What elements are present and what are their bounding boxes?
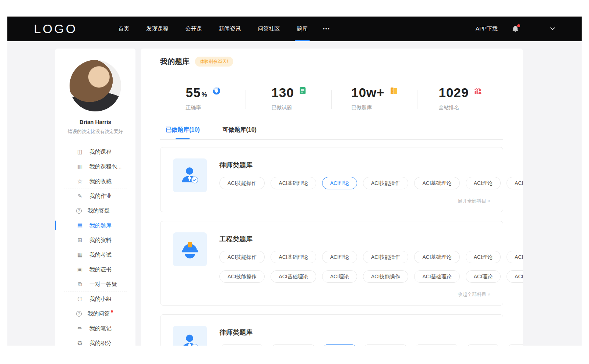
nav-item-label: 发现课程 (146, 25, 168, 32)
stat-value: 130 (271, 86, 294, 100)
bank-card-lawyer-2[interactable]: 律师类题库 ACI技能操作 ACI基础理论 ACI理论 ACI技能操作 ACI基… (160, 314, 503, 346)
sidebar-item[interactable]: 我的证书 (55, 262, 135, 277)
sidebar-item-icon (76, 340, 84, 346)
sidebar-item[interactable]: 我的题库 (55, 218, 135, 233)
subject-tag[interactable]: ACI理论 (322, 251, 357, 263)
sidebar-item[interactable]: 我的资料 (55, 233, 135, 247)
subject-tag[interactable]: ACI基础理论 (414, 344, 459, 346)
stat-value: 1029 (439, 86, 469, 100)
sidebar-item[interactable]: 我的收藏 (55, 174, 135, 189)
donut-icon (212, 87, 221, 95)
sidebar-item-label: 一对一答疑 (89, 281, 117, 288)
user-avatar[interactable] (532, 23, 543, 35)
subject-tag[interactable]: ACI理论 (322, 344, 357, 346)
nav-item[interactable]: 问答社区 (249, 17, 288, 41)
sidebar-item[interactable]: 我的课程包... (55, 159, 135, 174)
stats-row: 55% 正确率 (160, 70, 503, 111)
sidebar-item-icon (76, 266, 84, 273)
bank-card-lawyer-1[interactable]: 律师类题库 ACI技能操作 ACI基础理论 ACI理论 ACI技能操作 ACI基… (160, 147, 503, 212)
subject-tag[interactable]: ACI技能操作 (219, 344, 265, 346)
nav-item-label: 首页 (118, 25, 129, 32)
subject-tag[interactable]: ACI技能操作 (363, 344, 408, 346)
stat-banks-done: 10w+ 已做题库 (332, 86, 417, 111)
chevrons-up-icon: » (487, 293, 492, 296)
subject-tag[interactable]: ACI技能操作 (219, 251, 265, 263)
subject-tag-row: ACI技能操作 ACI基础理论 ACI理论 ACI技能操作 ACI基础理论 AC… (219, 344, 491, 346)
sidebar-item[interactable]: 我的答疑 (55, 203, 135, 218)
logo[interactable]: LOGO (34, 22, 77, 36)
subject-tag[interactable]: ACI技能操作 (219, 177, 265, 189)
sidebar-item[interactable]: 我的考试 (55, 247, 135, 262)
tab[interactable]: 可做题库(10) (222, 126, 256, 139)
subject-tag[interactable]: ACI基础理论 (271, 344, 316, 346)
subject-tag-row: ACI技能操作 ACI基础理论 ACI理论 ACI技能操作 ACI基础理论 AC… (219, 251, 491, 263)
subject-tag[interactable]: ACI理论 (466, 251, 501, 263)
expand-label: 展开全部科目 (458, 198, 486, 204)
sidebar-item-label: 我的课程 (89, 149, 112, 156)
sidebar-item-label: 我的问答 (88, 310, 110, 317)
subject-tag[interactable]: ACI理论 (466, 177, 501, 189)
collapse-subjects-button[interactable]: 收起全部科目» (219, 290, 491, 303)
subject-tag[interactable]: ACI技能操作 (363, 251, 408, 263)
app-download-link[interactable]: APP下载 (476, 25, 498, 32)
subject-tag[interactable]: ACI基础理论 (271, 177, 316, 189)
subject-tag[interactable]: ACI基础理论 (271, 251, 316, 263)
nav-item-label: 问答社区 (258, 25, 280, 32)
sidebar-item-icon (76, 178, 84, 185)
nav-item[interactable]: 首页 (110, 17, 138, 41)
expand-subjects-button[interactable]: 展开全部科目» (219, 196, 491, 210)
subject-tag[interactable]: ACI基础理论 (414, 251, 459, 263)
profile-motto: 错误的决定比没有决定要好 (55, 129, 135, 135)
sidebar-item-label: 我的资料 (89, 237, 112, 244)
nav-item[interactable]: 新闻资讯 (210, 17, 249, 41)
engineer-icon (173, 232, 207, 266)
nav-more-button[interactable]: ••• (316, 17, 337, 41)
subject-tag[interactable]: ACI理论 (507, 270, 523, 283)
subject-tag[interactable]: ACI基础理论 (414, 270, 459, 283)
subject-tag[interactable]: ACI技能操作 (219, 270, 265, 283)
bank-title: 律师类题库 (219, 328, 491, 337)
chevron-down-icon[interactable] (550, 27, 555, 31)
main-panel: 我的题库 体验剩余23天! 55% (141, 49, 523, 346)
stat-label: 全站排名 (439, 104, 482, 111)
sidebar-item-icon (76, 149, 84, 155)
subject-tag[interactable]: ACI理论 (322, 177, 357, 189)
nav-item[interactable]: 发现课程 (138, 17, 177, 41)
subject-tag[interactable]: ACI理论 (507, 344, 523, 346)
subject-tag[interactable]: ACI理论 (466, 344, 501, 346)
subject-tag[interactable]: ACI技能操作 (363, 177, 408, 189)
subject-tag[interactable]: ACI理论 (322, 270, 357, 283)
subject-tag[interactable]: ACI理论 (507, 177, 523, 189)
sidebar-item[interactable]: 我的积分 (55, 336, 135, 346)
nav-item-label: 公开课 (185, 25, 202, 32)
sidebar-item[interactable]: 我的课程 (55, 144, 135, 159)
nav-item[interactable]: 题库 (288, 17, 316, 41)
sidebar-item[interactable]: 我的问答 (55, 306, 135, 321)
sidebar-item[interactable]: 我的小组 (55, 292, 135, 306)
subject-tag[interactable]: ACI技能操作 (363, 270, 408, 283)
subject-tag[interactable]: ACI基础理论 (414, 177, 459, 189)
tab[interactable]: 已做题库(10) (166, 126, 200, 139)
profile-avatar[interactable] (70, 60, 121, 111)
subject-tag[interactable]: ACI基础理论 (271, 270, 316, 283)
bank-card-engineer[interactable]: 工程类题库 ACI技能操作 ACI基础理论 ACI理论 ACI技能操作 ACI基… (160, 221, 503, 306)
content-area: Brian Harris 错误的决定比没有决定要好 我的课程 我的课程包... (7, 41, 582, 346)
sidebar-item-icon (76, 296, 84, 303)
subject-tag[interactable]: ACI理论 (466, 270, 501, 283)
chevrons-down-icon: » (487, 200, 492, 202)
subject-tag[interactable]: ACI理论 (507, 251, 523, 263)
sidebar-item[interactable]: 我的笔记 (55, 321, 135, 336)
sidebar-item-icon (76, 208, 82, 214)
sidebar-item-label: 我的积分 (89, 340, 112, 346)
sidebar-item-icon (76, 311, 82, 317)
book-icon (390, 87, 398, 95)
sidebar-item-label: 我的考试 (89, 251, 112, 258)
notification-bell-icon[interactable] (512, 25, 519, 33)
stat-value: 10w+ (351, 86, 385, 100)
sidebar-item-icon (76, 251, 84, 258)
sidebar-item[interactable]: 我的作业 (55, 189, 135, 203)
nav-item[interactable]: 公开课 (177, 17, 210, 41)
sidebar-item[interactable]: 一对一答疑 (55, 277, 135, 292)
nav-right: APP下载 (476, 17, 582, 41)
bank-title: 律师类题库 (219, 161, 491, 169)
